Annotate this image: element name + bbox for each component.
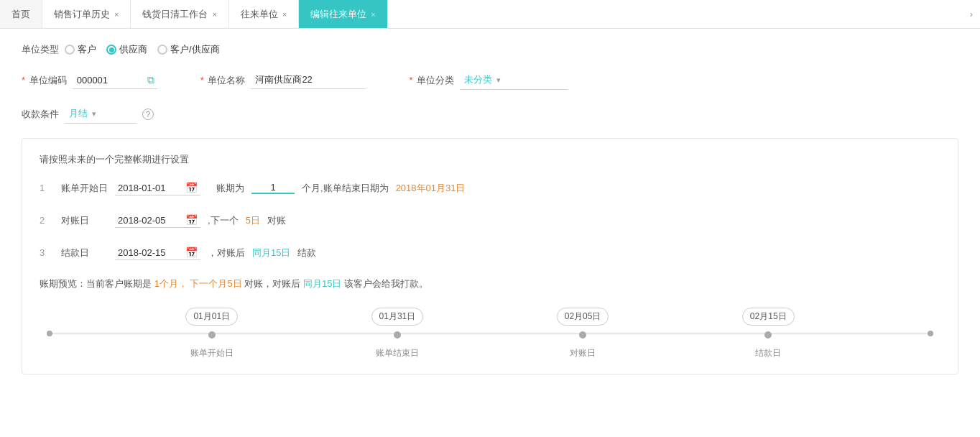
row-num-2: 2: [40, 215, 54, 226]
radio-customer-supplier[interactable]: 客户/供应商: [157, 43, 220, 56]
radio-circle-customer: [65, 45, 75, 55]
unit-code-input-wrap: ⧉: [73, 72, 157, 89]
preview-end: 该客户会给我打款。: [344, 278, 428, 289]
radio-label-customer: 客户: [78, 43, 96, 56]
close-icon[interactable]: ×: [114, 10, 119, 19]
unit-info-row: * 单位编码 ⧉ * 单位名称 * 单位分类 未分类 ▾: [22, 70, 958, 90]
period-unit-text: 个月,账单结束日期为: [302, 182, 389, 195]
preview-mid: 对账，对账后: [244, 278, 300, 289]
node-dot-4: [764, 331, 772, 339]
tab-home[interactable]: 首页: [0, 0, 42, 28]
calendar-icon-2[interactable]: 📅: [185, 214, 198, 226]
payment-terms-group: 收款条件 月结 ▾ ?: [22, 104, 154, 124]
reconcile-row: 2 对账日 📅 ,下一个 5日 对账: [40, 213, 940, 228]
unit-type-row: 单位类型 客户 供应商 客户/供应商: [22, 43, 958, 56]
row-num-3: 3: [40, 247, 54, 258]
section-title: 请按照未来的一个完整帐期进行设置: [40, 153, 940, 166]
node-label-1: 账单开始日: [190, 347, 234, 359]
tab-bar: 首页 销售订单历史 × 钱货日清工作台 × 往来单位 × 编辑往来单位 × ›: [0, 0, 980, 29]
unit-type-group: 单位类型 客户 供应商 客户/供应商: [22, 43, 220, 56]
unit-code-input[interactable]: [73, 72, 144, 88]
start-date-input[interactable]: [118, 183, 182, 193]
radio-circle-customer-supplier: [157, 45, 167, 55]
timeline-node-1: 01月01日 账单开始日: [185, 308, 238, 359]
timeline-node-3: 02月05日 对账日: [557, 308, 609, 359]
payment-terms-select[interactable]: 月结 ▾: [65, 104, 137, 124]
page-content: 单位类型 客户 供应商 客户/供应商 * 单位编码: [0, 29, 980, 437]
tab-partner[interactable]: 往来单位 ×: [229, 0, 299, 28]
calendar-icon-1[interactable]: 📅: [185, 182, 198, 193]
chevron-down-icon: ▾: [496, 75, 501, 85]
timeline: 01月01日 账单开始日 01月31日 账单结束日 02月05日 对账日: [47, 308, 933, 359]
node-badge-3: 02月05日: [557, 308, 609, 326]
tab-sales-order[interactable]: 销售订单历史 ×: [42, 0, 131, 28]
node-badge-2: 01月31日: [371, 308, 424, 326]
tab-edit-partner-label: 编辑往来单位: [310, 8, 366, 21]
close-icon[interactable]: ×: [212, 10, 216, 19]
tab-sales-order-label: 销售订单历史: [54, 8, 110, 21]
payment-prefix: ，对账后: [208, 247, 245, 259]
radio-circle-supplier: [106, 45, 116, 55]
payment-terms-row: 收款条件 月结 ▾ ?: [22, 104, 958, 124]
preview-text: 账期预览：当前客户账期是 1个月， 下一个月5日 对账，对账后 同月15日 该客…: [40, 277, 940, 290]
tab-cash-desk[interactable]: 钱货日清工作台 ×: [131, 0, 228, 28]
unit-category-value: 未分类: [464, 73, 492, 86]
payment-terms-value: 月结: [69, 107, 88, 120]
tab-home-label: 首页: [11, 8, 30, 21]
unit-category-group: * 单位分类 未分类 ▾: [409, 70, 568, 90]
close-icon[interactable]: ×: [371, 10, 375, 19]
unit-code-group: * 单位编码 ⧉: [22, 72, 157, 89]
timeline-start-cap: [47, 331, 52, 336]
payment-terms-label: 收款条件: [22, 108, 59, 121]
tab-overflow-arrow[interactable]: ›: [963, 0, 980, 28]
node-dot-2: [394, 331, 401, 339]
payment-date-input[interactable]: [118, 247, 182, 258]
node-label-4: 结款日: [755, 347, 781, 359]
payment-date-wrap: 📅: [115, 245, 200, 260]
reconcile-date-input[interactable]: [118, 215, 182, 226]
unit-code-label: * 单位编码: [22, 74, 67, 87]
timeline-node-4: 02月15日 结款日: [742, 308, 795, 359]
tab-edit-partner[interactable]: 编辑往来单位 ×: [299, 0, 387, 28]
help-icon[interactable]: ?: [142, 109, 154, 120]
copy-icon[interactable]: ⧉: [144, 74, 157, 86]
payment-day: 同月15日: [252, 247, 290, 259]
close-icon[interactable]: ×: [282, 10, 287, 19]
tab-partner-label: 往来单位: [241, 8, 278, 21]
payment-row: 3 结款日 📅 ，对账后 同月15日 结款: [40, 245, 940, 260]
unit-name-input[interactable]: [251, 72, 366, 89]
row-label-1: 账单开始日: [61, 182, 108, 195]
radio-label-customer-supplier: 客户/供应商: [170, 43, 220, 56]
account-start-row: 1 账单开始日 📅 账期为 个月,账单结束日期为 2018年01月31日: [40, 180, 940, 196]
node-label-3: 对账日: [570, 347, 596, 359]
preview-part2: 下一个月5日: [190, 278, 241, 289]
unit-name-group: * 单位名称: [200, 72, 366, 89]
payment-suffix: 结款: [297, 247, 316, 259]
preview-part1: 1个月，: [154, 278, 188, 289]
section-card: 请按照未来的一个完整帐期进行设置 1 账单开始日 📅 账期为 个月,账单结束日期…: [22, 138, 958, 374]
radio-group: 客户 供应商 客户/供应商: [65, 43, 220, 56]
required-star-name: *: [200, 75, 204, 86]
unit-name-label: * 单位名称: [200, 74, 246, 87]
node-badge-1: 01月01日: [185, 308, 238, 326]
period-value-input[interactable]: [251, 182, 295, 194]
preview-part3: 同月15日: [303, 278, 341, 289]
preview-label: 账期预览：当前客户账期是: [40, 278, 152, 289]
node-label-2: 账单结束日: [376, 347, 419, 359]
unit-category-select[interactable]: 未分类 ▾: [460, 70, 568, 90]
row-label-3: 结款日: [61, 247, 108, 259]
node-dot-3: [579, 331, 586, 339]
node-badge-4: 02月15日: [742, 308, 795, 326]
reconcile-date-wrap: 📅: [115, 213, 200, 228]
required-star-category: *: [409, 75, 412, 86]
unit-type-label: 单位类型: [22, 43, 59, 56]
reconcile-day: 5日: [246, 214, 260, 227]
required-star-code: *: [22, 75, 25, 86]
period-label: 账期为: [216, 182, 244, 195]
calendar-icon-3[interactable]: 📅: [185, 247, 198, 258]
tab-cash-desk-label: 钱货日清工作台: [142, 8, 208, 21]
radio-customer[interactable]: 客户: [65, 43, 96, 56]
period-end-date: 2018年01月31日: [396, 182, 466, 195]
radio-supplier[interactable]: 供应商: [106, 43, 147, 56]
radio-label-supplier: 供应商: [119, 43, 147, 56]
